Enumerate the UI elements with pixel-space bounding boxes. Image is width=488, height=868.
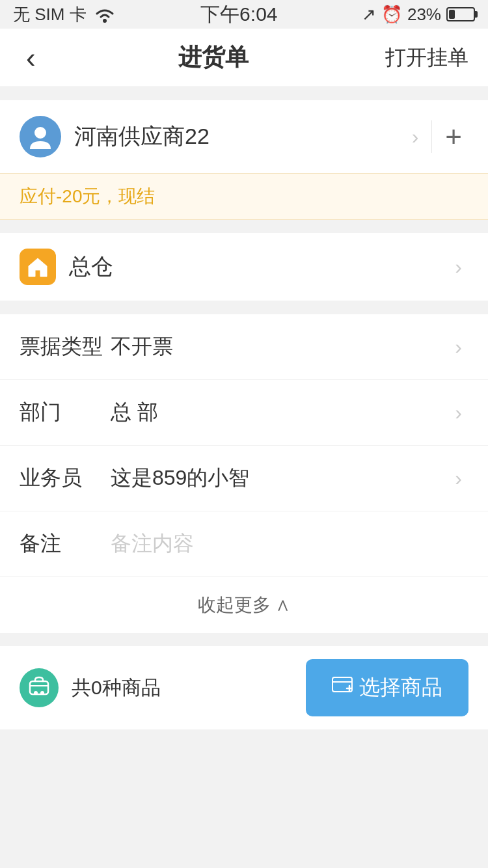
supplier-divider [431, 120, 432, 153]
invoice-row[interactable]: 票据类型 不开票 › [0, 314, 488, 380]
select-product-button[interactable]: 选择商品 [306, 659, 468, 716]
dept-label: 部门 [20, 398, 111, 427]
cart-icon-container [20, 668, 59, 707]
add-supplier-button[interactable]: + [439, 120, 468, 153]
cart-icon [27, 676, 51, 699]
dept-row[interactable]: 部门 总 部 › [0, 380, 488, 446]
warehouse-icon [20, 249, 56, 285]
status-bar-right: ↗ ⏰ 23% [362, 5, 475, 25]
no-sim-text: 无 SIM 卡 [13, 3, 87, 26]
dept-chevron-icon: › [455, 401, 462, 425]
wifi-icon [93, 6, 116, 23]
location-icon: ↗ [362, 5, 376, 25]
remark-row[interactable]: 备注 备注内容 [0, 511, 488, 577]
remark-input[interactable]: 备注内容 [111, 530, 468, 558]
svg-point-6 [40, 691, 44, 695]
supplier-name: 河南供应商22 [74, 122, 412, 152]
salesperson-value: 这是859的小智 [111, 464, 455, 493]
home-icon [26, 256, 49, 278]
warehouse-name: 总仓 [69, 252, 455, 282]
svg-point-1 [34, 127, 46, 139]
battery-icon [446, 7, 475, 21]
section-divider-4 [0, 633, 488, 646]
select-btn-icon [332, 676, 353, 700]
svg-point-0 [103, 19, 107, 23]
invoice-label: 票据类型 [20, 332, 111, 361]
alarm-icon: ⏰ [381, 5, 402, 25]
nav-bar: ‹ 进货单 打开挂单 [0, 29, 488, 87]
supplier-row[interactable]: 河南供应商22 › + [0, 100, 488, 173]
supplier-chevron-icon: › [412, 125, 419, 149]
status-bar-time: 下午6:04 [200, 1, 277, 28]
section-divider-1 [0, 87, 488, 100]
supplier-section: 河南供应商22 › + 应付-20元，现结 [0, 100, 488, 220]
back-button[interactable]: ‹ [20, 35, 42, 81]
battery-percent: 23% [407, 5, 441, 25]
status-bar-left: 无 SIM 卡 [13, 3, 116, 26]
warning-banner: 应付-20元，现结 [0, 173, 488, 220]
collapse-row[interactable]: 收起更多 ∧ [0, 577, 488, 633]
invoice-chevron-icon: › [455, 335, 462, 359]
open-pending-button[interactable]: 打开挂单 [385, 44, 468, 72]
product-count: 共0种商品 [72, 675, 306, 701]
section-divider-2 [0, 220, 488, 233]
svg-rect-3 [30, 681, 48, 694]
remark-label: 备注 [20, 530, 111, 558]
person-icon [27, 123, 54, 150]
dept-value: 总 部 [111, 398, 455, 427]
warning-text: 应付-20元，现结 [20, 186, 155, 206]
section-divider-3 [0, 301, 488, 314]
select-btn-label: 选择商品 [359, 673, 442, 702]
salesperson-row[interactable]: 业务员 这是859的小智 › [0, 446, 488, 511]
bottom-bar: 共0种商品 选择商品 [0, 646, 488, 729]
status-bar: 无 SIM 卡 下午6:04 ↗ ⏰ 23% [0, 0, 488, 29]
collapse-label: 收起更多 ∧ [198, 593, 291, 617]
svg-point-5 [34, 691, 38, 695]
svg-rect-2 [35, 270, 40, 277]
warehouse-chevron-icon: › [455, 255, 462, 279]
salesperson-chevron-icon: › [455, 467, 462, 491]
page-title: 进货单 [178, 42, 249, 74]
salesperson-label: 业务员 [20, 464, 111, 493]
warehouse-row[interactable]: 总仓 › [0, 233, 488, 301]
invoice-value: 不开票 [111, 332, 455, 361]
supplier-avatar [20, 116, 61, 157]
